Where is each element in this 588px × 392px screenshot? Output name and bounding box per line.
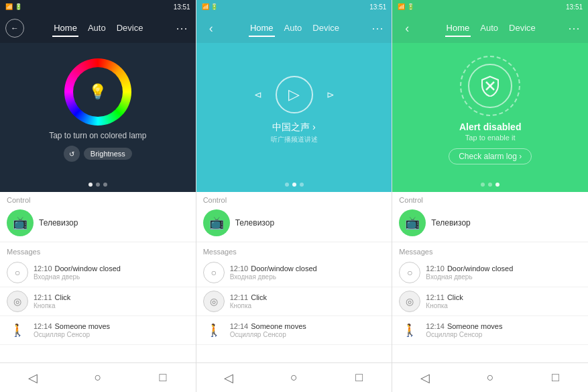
- msg-time-3-1: 12:10: [426, 264, 445, 273]
- music-controls-2: ⊲ ▷ ⊳: [254, 76, 335, 113]
- lower-3: Control 📺 Телевизор Messages ○ 12:10 Doo…: [392, 192, 588, 362]
- tab-auto-3[interactable]: Auto: [479, 20, 499, 37]
- msg-icon-1-2: ◎: [7, 291, 28, 312]
- control-label-3: Control: [392, 192, 588, 207]
- hero-3: Alert disabled Tap to enable it Check al…: [392, 43, 588, 177]
- color-wheel-1[interactable]: 💡: [64, 58, 131, 126]
- msg-content-2-1: 12:10 Door/window closed Входная дверь: [230, 264, 386, 281]
- nav-back-btn-1[interactable]: ◁: [19, 364, 46, 391]
- panels-wrapper: 📶 🔋 13:51 ← Home Auto Device ⋯ 💡 Tap to …: [0, 0, 588, 392]
- back-button-2[interactable]: ‹: [202, 19, 221, 38]
- more-button-1[interactable]: ⋯: [173, 18, 190, 38]
- brightness-down-1[interactable]: ↺: [64, 146, 80, 162]
- tab-device-2[interactable]: Device: [311, 20, 341, 37]
- back-icon-3: ‹: [405, 21, 409, 36]
- tab-device-3[interactable]: Device: [508, 20, 537, 37]
- control-label-1: Control: [0, 192, 196, 207]
- msg-time-2-2: 12:11: [230, 293, 249, 301]
- divider-3: [392, 242, 588, 242]
- msg-header-1-3: 12:14 Someone moves: [34, 322, 189, 330]
- msg-icon-2-1: ○: [203, 262, 225, 283]
- nav-back-btn-2[interactable]: ◁: [215, 364, 242, 391]
- msg-sub-2-1: Входная дверь: [230, 273, 386, 281]
- msg-sub-1-1: Входная дверь: [34, 273, 189, 281]
- msg-item-1-1: ○ 12:10 Door/window closed Входная дверь: [0, 258, 196, 287]
- msg-item-2-3: 🚶 12:14 Someone moves Осцилляр Сенсор: [196, 316, 392, 345]
- tv-label-2: Телевизор: [235, 218, 274, 228]
- nav-bar-2: ‹ Home Auto Device ⋯: [196, 13, 392, 43]
- brightness-controls-1: ↺ Brightness: [64, 146, 132, 162]
- msg-icon-2-2: ◎: [203, 291, 225, 312]
- msg-item-3-3: 🚶 12:14 Someone moves Осцилляр Сенсор: [392, 316, 588, 345]
- nav-tabs-1: Home Auto Device: [27, 20, 170, 37]
- dot-2-3: [300, 183, 304, 187]
- more-button-3[interactable]: ⋯: [565, 18, 583, 38]
- next-btn-2[interactable]: ⊳: [327, 89, 335, 100]
- msg-title-1-3: Someone moves: [55, 322, 111, 330]
- status-icons-left-3: 📶 🔋: [398, 3, 414, 10]
- messages-list-3: ○ 12:10 Door/window closed Входная дверь…: [392, 258, 588, 362]
- msg-content-2-2: 12:11 Click Кнопка: [230, 293, 386, 309]
- msg-title-3-3: Someone moves: [447, 322, 503, 330]
- alert-title-3: Alert disabled: [459, 121, 522, 132]
- msg-time-1-1: 12:10: [34, 264, 52, 273]
- shield-icon-3: [468, 64, 512, 108]
- nav-tabs-3: Home Auto Device: [419, 20, 563, 37]
- nav-recents-btn-1[interactable]: □: [150, 364, 176, 391]
- msg-content-1-2: 12:11 Click Кнопка: [34, 293, 189, 309]
- play-btn-2[interactable]: ▷: [276, 76, 313, 113]
- bottom-nav-2: ◁ ○ □: [196, 362, 392, 392]
- msg-icon-2-3: 🚶: [203, 320, 225, 341]
- msg-header-1-1: 12:10 Door/window closed: [34, 264, 189, 273]
- dot-3-3: [495, 183, 499, 187]
- messages-list-2: ○ 12:10 Door/window closed Входная дверь…: [196, 258, 392, 362]
- dots-3: [392, 177, 588, 192]
- msg-item-1-3: 🚶 12:14 Someone moves Осцилляр Сенсор: [0, 316, 196, 345]
- back-button-3[interactable]: ‹: [398, 19, 416, 38]
- panel-2: 📶 🔋 13:51 ‹ Home Auto Device ⋯ ⊲ ▷ ⊳ 中国之…: [196, 0, 393, 392]
- control-item-tv-3[interactable]: 📺 Телевизор: [392, 207, 588, 240]
- dots-1: [0, 177, 196, 192]
- control-item-tv-2[interactable]: 📺 Телевизор: [196, 207, 392, 240]
- song-title-2: 中国之声 ›: [272, 121, 316, 134]
- nav-recents-btn-2[interactable]: □: [346, 364, 373, 391]
- nav-home-btn-2[interactable]: ○: [281, 364, 308, 391]
- nav-bar-1: ← Home Auto Device ⋯: [0, 13, 196, 43]
- prev-btn-2[interactable]: ⊲: [254, 89, 262, 100]
- status-bar-3: 📶 🔋 13:51: [392, 0, 588, 13]
- msg-sub-2-3: Осцилляр Сенсор: [230, 331, 386, 338]
- back-button-1[interactable]: ←: [5, 19, 24, 38]
- nav-home-btn-1[interactable]: ○: [84, 364, 111, 391]
- msg-icon-1-3: 🚶: [7, 320, 28, 341]
- tab-device-1[interactable]: Device: [115, 20, 145, 37]
- messages-label-1: Messages: [0, 244, 196, 258]
- song-sub-2: 听广播频道讲述: [271, 135, 318, 144]
- tab-auto-1[interactable]: Auto: [86, 20, 107, 37]
- shield-container-3[interactable]: [460, 56, 520, 116]
- tab-home-1[interactable]: Home: [52, 20, 78, 37]
- more-button-2[interactable]: ⋯: [369, 18, 386, 38]
- msg-time-2-1: 12:10: [230, 264, 249, 273]
- lower-2: Control 📺 Телевизор Messages ○ 12:10 Doo…: [196, 192, 392, 362]
- tab-home-3[interactable]: Home: [445, 20, 471, 37]
- tab-home-2[interactable]: Home: [249, 20, 275, 37]
- nav-back-btn-3[interactable]: ◁: [412, 364, 438, 391]
- msg-title-3-1: Door/window closed: [447, 264, 513, 273]
- tab-auto-2[interactable]: Auto: [283, 20, 304, 37]
- panel-1: 📶 🔋 13:51 ← Home Auto Device ⋯ 💡 Tap to …: [0, 0, 196, 392]
- msg-sub-3-3: Осцилляр Сенсор: [426, 331, 581, 338]
- msg-content-2-3: 12:14 Someone moves Осцилляр Сенсор: [230, 322, 386, 338]
- nav-home-btn-3[interactable]: ○: [477, 364, 504, 391]
- alarm-log-link-3[interactable]: Check alarm log ›: [449, 148, 532, 164]
- nav-recents-btn-3[interactable]: □: [542, 364, 569, 391]
- tv-label-3: Телевизор: [431, 218, 470, 228]
- bottom-nav-3: ◁ ○ □: [392, 362, 588, 392]
- panel-3: 📶 🔋 13:51 ‹ Home Auto Device ⋯: [392, 0, 588, 392]
- msg-title-2-3: Someone moves: [251, 322, 306, 330]
- control-item-tv-1[interactable]: 📺 Телевизор: [0, 207, 196, 240]
- brightness-btn-1[interactable]: Brightness: [84, 148, 132, 160]
- nav-tabs-2: Home Auto Device: [223, 20, 367, 37]
- msg-time-1-2: 12:11: [34, 293, 52, 301]
- msg-icon-1-1: ○: [7, 262, 28, 283]
- dot-3-1: [481, 183, 485, 187]
